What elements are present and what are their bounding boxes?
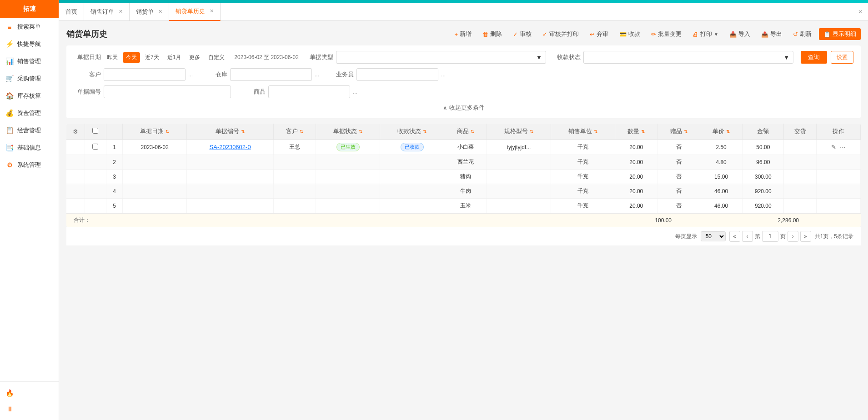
tab-sales-order[interactable]: 销售订单 ✕ xyxy=(84,3,130,21)
doc-no-input[interactable] xyxy=(104,85,231,98)
audit-print-button[interactable]: ✓ 审核并打印 xyxy=(539,28,582,40)
audit-button[interactable]: ✓ 审核 xyxy=(509,28,535,40)
th-customer[interactable]: 客户⇅ xyxy=(273,124,316,140)
sidebar-item-label: 快捷导航 xyxy=(17,40,41,48)
sidebar-item-finance-mgmt[interactable]: 💰 资金管理 xyxy=(0,105,59,122)
select-all-checkbox[interactable] xyxy=(92,128,98,134)
chevron-up-icon: ∧ xyxy=(443,105,447,111)
abandon-button[interactable]: ↩ 弃审 xyxy=(586,28,612,40)
delete-button[interactable]: 🗑 删除 xyxy=(479,28,506,40)
row-action: ✎⋯ xyxy=(816,140,860,155)
th-doc-no[interactable]: 单据编号⇅ xyxy=(187,124,274,140)
close-tab-sales-delivery[interactable]: ✕ xyxy=(158,9,162,15)
row-doc-status: 已生效 xyxy=(316,140,380,155)
th-goods[interactable]: 商品⇅ xyxy=(444,124,487,140)
row-gift: 否 xyxy=(657,170,700,184)
edit-action-btn[interactable]: ✎ xyxy=(829,143,838,151)
salesperson-dots[interactable]: ... xyxy=(441,71,446,78)
date-btn-7days[interactable]: 近7天 xyxy=(142,52,162,63)
th-date[interactable]: 单据日期⇅ xyxy=(123,124,187,140)
row-doc-no xyxy=(187,199,274,213)
settings-icon[interactable]: ⚙ xyxy=(73,128,78,135)
print-button[interactable]: 🖨 打印 ▼ xyxy=(689,28,722,40)
th-settings[interactable]: ⚙ xyxy=(66,124,85,140)
th-unit-price[interactable]: 单价⇅ xyxy=(700,124,742,140)
collapse-button[interactable]: ∧ 收起更多条件 xyxy=(439,103,488,113)
next-page-btn[interactable]: › xyxy=(788,231,798,242)
customer-dots[interactable]: ... xyxy=(188,71,193,78)
th-unit[interactable]: 销售单位⇅ xyxy=(551,124,615,140)
row-date xyxy=(123,155,187,170)
page-size-select[interactable]: 50 100 200 xyxy=(701,231,726,241)
salesperson-input[interactable] xyxy=(356,68,438,81)
row-transaction xyxy=(784,140,816,155)
add-button[interactable]: + 新增 xyxy=(451,28,476,40)
date-btn-custom[interactable]: 自定义 xyxy=(205,52,228,63)
th-doc-status[interactable]: 单据状态⇅ xyxy=(316,124,380,140)
goods-dots[interactable]: ... xyxy=(353,89,357,95)
collect-icon: 💳 xyxy=(619,31,627,38)
page-title: 销货单历史 xyxy=(66,29,107,40)
th-gift[interactable]: 赠品⇅ xyxy=(657,124,700,140)
th-spec[interactable]: 规格型号⇅ xyxy=(487,124,551,140)
sort-icon-spec: ⇅ xyxy=(530,129,533,134)
date-btn-today[interactable]: 今天 xyxy=(123,52,140,63)
close-tab-sales-delivery-history[interactable]: ✕ xyxy=(210,8,214,14)
sidebar-item-sales-mgmt[interactable]: 📊 销售管理 xyxy=(0,53,59,70)
sidebar-item-label: 销售管理 xyxy=(17,57,41,65)
query-button[interactable]: 查询 xyxy=(801,51,827,64)
doc-no-link[interactable]: SA-20230602-0 xyxy=(210,144,251,150)
row-transaction xyxy=(784,170,816,184)
warehouse-input[interactable] xyxy=(230,68,312,81)
date-quick-btns: 昨天 今天 近7天 近1月 更多 自定义 xyxy=(104,52,228,63)
collect-status-label: 收款状态 xyxy=(553,53,581,61)
th-collect-status[interactable]: 收款状态⇅ xyxy=(380,124,444,140)
row-collect-status: 已收款 xyxy=(380,140,444,155)
row-checkbox xyxy=(85,184,106,199)
basic-info-icon: 📑 xyxy=(5,144,14,152)
sidebar-item-search-menu[interactable]: ≡ 搜索菜单 xyxy=(0,18,59,35)
close-tab-sales-order[interactable]: ✕ xyxy=(119,9,123,15)
sidebar-bottom-btn2[interactable]: ⏸ xyxy=(0,401,59,416)
data-table: ⚙ 单据日期⇅ 单据编号⇅ 客户⇅ 单据状态⇅ 收款状态⇅ 商品⇅ 规格型号⇅ … xyxy=(66,124,861,213)
refresh-icon: ↺ xyxy=(793,31,798,38)
sidebar-item-basic-info[interactable]: 📑 基础信息 xyxy=(0,139,59,156)
last-page-btn[interactable]: » xyxy=(800,231,811,242)
export-button[interactable]: 📤 导出 xyxy=(758,28,786,40)
settings-btn[interactable]: 设置 xyxy=(831,51,853,64)
prev-page-btn[interactable]: ‹ xyxy=(742,231,753,242)
collect-status-select[interactable]: ▼ xyxy=(583,51,793,64)
tab-sales-delivery-history[interactable]: 销货单历史 ✕ xyxy=(169,3,221,21)
refresh-button[interactable]: ↺ 刷新 xyxy=(789,28,815,40)
tab-sales-delivery[interactable]: 销货单 ✕ xyxy=(130,3,169,21)
sidebar-item-ops-mgmt[interactable]: 📋 经营管理 xyxy=(0,122,59,139)
first-page-btn[interactable]: « xyxy=(729,231,740,242)
batch-change-button[interactable]: ✏ 批量变更 xyxy=(647,28,685,40)
row-amount: 96.00 xyxy=(743,155,784,170)
sidebar-item-quick-nav[interactable]: ⚡ 快捷导航 xyxy=(0,35,59,53)
warehouse-dots[interactable]: ... xyxy=(315,71,319,78)
collect-button[interactable]: 💳 收款 xyxy=(616,28,644,40)
pagination-bar: 每页显示 50 100 200 « ‹ 第 页 › » 共1页，5条记录 xyxy=(66,227,861,245)
tab-home[interactable]: 首页 xyxy=(59,3,84,21)
show-detail-button[interactable]: 📋 显示明细 xyxy=(819,28,861,40)
date-btn-1month[interactable]: 近1月 xyxy=(164,52,185,63)
th-qty[interactable]: 数量⇅ xyxy=(615,124,657,140)
row-select-checkbox[interactable] xyxy=(92,144,98,150)
page-number-input[interactable] xyxy=(762,231,778,242)
goods-input[interactable] xyxy=(268,85,350,98)
date-btn-yesterday[interactable]: 昨天 xyxy=(104,52,121,63)
sidebar-item-inventory-calc[interactable]: 🏠 库存核算 xyxy=(0,87,59,105)
sidebar-item-purchase-mgmt[interactable]: 🛒 采购管理 xyxy=(0,70,59,87)
sidebar-item-sys-mgmt[interactable]: ⚙ 系统管理 xyxy=(0,156,59,174)
row-customer: 王总 xyxy=(273,140,316,155)
sidebar-bottom-btn1[interactable]: 🔥 xyxy=(0,385,59,401)
close-all-tabs[interactable]: ✕ xyxy=(853,9,868,15)
customer-input[interactable] xyxy=(104,68,186,81)
date-btn-more[interactable]: 更多 xyxy=(186,52,203,63)
row-action xyxy=(816,155,860,170)
row-spec xyxy=(487,155,551,170)
doc-type-select[interactable]: ▼ xyxy=(336,51,546,64)
import-button[interactable]: 📥 导入 xyxy=(726,28,754,40)
more-action-btn[interactable]: ⋯ xyxy=(838,143,848,151)
